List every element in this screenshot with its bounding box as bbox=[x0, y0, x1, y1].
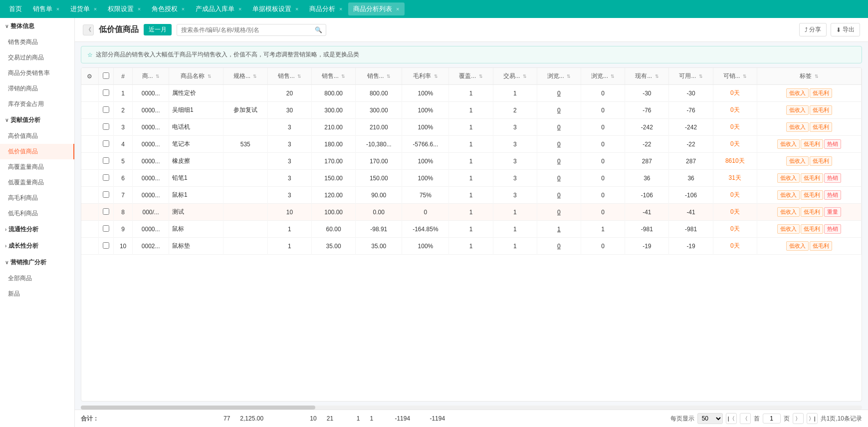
date-filter-button[interactable]: 近一月 bbox=[144, 24, 172, 35]
cell-checkbox[interactable] bbox=[98, 204, 113, 221]
view1-link[interactable]: 0 bbox=[557, 124, 561, 131]
cell-checkbox[interactable] bbox=[98, 170, 113, 187]
view1-link[interactable]: 1 bbox=[557, 226, 561, 233]
row-checkbox[interactable] bbox=[103, 157, 109, 164]
col-transaction[interactable]: 交易... ⇅ bbox=[493, 68, 537, 85]
sidebar-group-marketing[interactable]: ∨营销推广分析 bbox=[0, 254, 74, 271]
col-coverage[interactable]: 覆盖... ⇅ bbox=[449, 68, 493, 85]
sidebar-item-sales-goods[interactable]: 销售类商品 bbox=[0, 34, 74, 50]
row-checkbox[interactable] bbox=[103, 174, 109, 181]
nav-products[interactable]: 产成品入库单 × bbox=[191, 2, 246, 15]
nav-goods-analysis[interactable]: 商品分析 × bbox=[304, 2, 347, 15]
col-sales-qty[interactable]: 销售... ⇅ bbox=[267, 68, 311, 85]
page-number-input[interactable] bbox=[763, 414, 781, 424]
sidebar-item-category-rate[interactable]: 商品分类销售率 bbox=[0, 65, 74, 81]
sidebar-item-low-coverage[interactable]: 低覆盖量商品 bbox=[0, 175, 74, 190]
row-checkbox[interactable] bbox=[103, 225, 109, 232]
cell-view1[interactable]: 0 bbox=[537, 187, 581, 204]
search-input[interactable] bbox=[177, 24, 326, 36]
sidebar-item-low-margin[interactable]: 低毛利商品 bbox=[0, 206, 74, 221]
nav-sales[interactable]: 销售单 × bbox=[28, 2, 64, 15]
sidebar-item-high-margin[interactable]: 高毛利商品 bbox=[0, 190, 74, 206]
cell-checkbox[interactable] bbox=[98, 238, 113, 255]
col-code[interactable]: 商... ⇅ bbox=[133, 68, 169, 85]
sidebar-group-overall[interactable]: ∨整体信息 bbox=[0, 18, 74, 34]
nav-purchase[interactable]: 进货单 × bbox=[65, 2, 102, 15]
cell-checkbox[interactable] bbox=[98, 187, 113, 204]
col-margin[interactable]: 毛利率 ⇅ bbox=[402, 68, 449, 85]
sidebar-collapse-button[interactable]: 《 bbox=[83, 24, 94, 35]
cell-checkbox[interactable] bbox=[98, 102, 113, 119]
view1-link[interactable]: 0 bbox=[557, 243, 561, 250]
close-products-icon[interactable]: × bbox=[238, 6, 241, 12]
col-spec[interactable]: 规格... ⇅ bbox=[223, 68, 267, 85]
col-name[interactable]: 商品名称 ⇅ bbox=[169, 68, 223, 85]
close-goods-list-icon[interactable]: × bbox=[396, 6, 399, 12]
select-all-checkbox[interactable] bbox=[103, 72, 109, 79]
col-settings[interactable]: ⚙ bbox=[81, 68, 98, 85]
cell-view1[interactable]: 0 bbox=[537, 119, 581, 136]
view1-link[interactable]: 0 bbox=[557, 192, 561, 199]
prev-page-button[interactable]: 〈 bbox=[740, 413, 751, 424]
search-icon[interactable]: 🔍 bbox=[315, 26, 322, 33]
cell-checkbox[interactable] bbox=[98, 85, 113, 102]
next-page-button[interactable]: 〉 bbox=[793, 413, 804, 424]
row-checkbox[interactable] bbox=[103, 123, 109, 130]
close-purchase-icon[interactable]: × bbox=[94, 6, 97, 12]
col-sales-price[interactable]: 销售... ⇅ bbox=[312, 68, 356, 85]
horizontal-scrollbar[interactable] bbox=[81, 406, 862, 410]
row-checkbox[interactable] bbox=[103, 242, 109, 249]
cell-checkbox[interactable] bbox=[98, 221, 113, 238]
cell-view1[interactable]: 0 bbox=[537, 102, 581, 119]
col-sales-amount[interactable]: 销售... ⇅ bbox=[356, 68, 402, 85]
sidebar-group-growth[interactable]: ›成长性分析 bbox=[0, 238, 74, 254]
view1-link[interactable]: 0 bbox=[557, 175, 561, 182]
col-view1[interactable]: 浏览... ⇅ bbox=[537, 68, 581, 85]
row-checkbox[interactable] bbox=[103, 191, 109, 198]
cell-view1[interactable]: 0 bbox=[537, 204, 581, 221]
nav-home[interactable]: 首页 bbox=[4, 2, 27, 15]
nav-templates[interactable]: 单据模板设置 × bbox=[247, 2, 303, 15]
cell-view1[interactable]: 0 bbox=[537, 153, 581, 170]
close-roles-icon[interactable]: × bbox=[182, 6, 185, 12]
sidebar-item-new-goods[interactable]: 新品 bbox=[0, 286, 74, 302]
nav-roles[interactable]: 角色授权 × bbox=[147, 2, 190, 15]
sidebar-item-traded-goods[interactable]: 交易过的商品 bbox=[0, 50, 74, 65]
view1-link[interactable]: 0 bbox=[557, 209, 561, 216]
nav-permissions[interactable]: 权限设置 × bbox=[103, 2, 146, 15]
page-size-select[interactable]: 50 100 bbox=[697, 413, 723, 424]
col-available[interactable]: 可用... ⇅ bbox=[669, 68, 713, 85]
cell-view1[interactable]: 0 bbox=[537, 170, 581, 187]
sidebar-item-low-value[interactable]: 低价值商品 bbox=[0, 144, 74, 159]
row-checkbox[interactable] bbox=[103, 89, 109, 96]
close-goods-analysis-icon[interactable]: × bbox=[339, 6, 342, 12]
col-current[interactable]: 现有... ⇅ bbox=[625, 68, 669, 85]
sidebar-item-all-goods[interactable]: 全部商品 bbox=[0, 271, 74, 286]
col-view2[interactable]: 浏览... ⇅ bbox=[581, 68, 625, 85]
row-checkbox[interactable] bbox=[103, 106, 109, 113]
close-sales-icon[interactable]: × bbox=[56, 6, 59, 12]
cell-view1[interactable]: 0 bbox=[537, 238, 581, 255]
row-checkbox[interactable] bbox=[103, 208, 109, 215]
export-button[interactable]: ⬇ 导出 bbox=[831, 23, 860, 36]
cell-view1[interactable]: 0 bbox=[537, 136, 581, 153]
close-templates-icon[interactable]: × bbox=[295, 6, 298, 12]
close-permissions-icon[interactable]: × bbox=[138, 6, 141, 12]
view1-link[interactable]: 0 bbox=[557, 107, 561, 114]
cell-checkbox[interactable] bbox=[98, 119, 113, 136]
sidebar-group-flow[interactable]: ›流通性分析 bbox=[0, 221, 74, 238]
sidebar-item-inventory-capital[interactable]: 库存资金占用 bbox=[0, 96, 74, 112]
row-checkbox[interactable] bbox=[103, 140, 109, 147]
view1-link[interactable]: 0 bbox=[557, 141, 561, 148]
scrollbar-thumb[interactable] bbox=[81, 406, 315, 410]
view1-link[interactable]: 0 bbox=[557, 90, 561, 97]
cell-checkbox[interactable] bbox=[98, 153, 113, 170]
cell-view1[interactable]: 1 bbox=[537, 221, 581, 238]
col-tags[interactable]: 标签 ⇅ bbox=[757, 68, 861, 85]
share-button[interactable]: ⤴ 分享 bbox=[799, 23, 827, 36]
cell-checkbox[interactable] bbox=[98, 136, 113, 153]
col-sellable[interactable]: 可销... ⇅ bbox=[713, 68, 757, 85]
last-page-button[interactable]: 〉| bbox=[807, 413, 818, 424]
cell-view1[interactable]: 0 bbox=[537, 85, 581, 102]
nav-goods-list[interactable]: 商品分析列表 × bbox=[348, 2, 404, 15]
